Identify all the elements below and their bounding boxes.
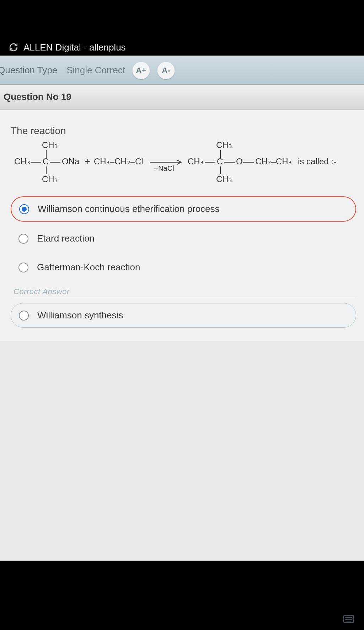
question-type-label: Question Type	[0, 65, 57, 76]
option-1[interactable]: Williamson continuous etherification pro…	[11, 196, 356, 222]
svg-text:CH₃: CH₃	[42, 140, 58, 150]
correct-answer-option: Williamson synthesis	[11, 303, 356, 328]
radio-icon	[19, 311, 29, 321]
app-title-bar: ALLEN Digital - allenplus	[0, 39, 364, 55]
font-decrease-button[interactable]: A-	[157, 62, 175, 79]
app-title: ALLEN Digital - allenplus	[23, 42, 126, 53]
reaction-structure: CH₃ CH₃ C ONa CH₃ + CH₃–CH₂–Cl	[11, 140, 356, 186]
option-3[interactable]: Gatterman-Koch reaction	[11, 255, 356, 279]
font-increase-button[interactable]: A+	[132, 62, 150, 79]
question-number-bar: Question No 19	[0, 85, 364, 110]
svg-text:C: C	[217, 157, 223, 166]
svg-text:CH₃: CH₃	[216, 174, 232, 184]
question-type-value: Single Correct	[66, 65, 125, 76]
svg-text:is called :-: is called :-	[298, 157, 336, 166]
svg-text:CH₂–CH₃: CH₂–CH₃	[255, 157, 292, 166]
question-body: The reaction CH₃ CH₃ C ONa CH₃ +	[0, 110, 364, 341]
svg-text:O: O	[236, 157, 243, 166]
svg-text:C: C	[43, 157, 49, 166]
content-area: Question Type Single Correct A+ A- Quest…	[0, 55, 364, 561]
svg-text:+: +	[85, 156, 90, 166]
svg-text:ONa: ONa	[62, 157, 80, 166]
svg-text:–NaCl: –NaCl	[154, 164, 174, 172]
radio-icon	[19, 204, 29, 214]
svg-text:CH₃: CH₃	[216, 140, 232, 150]
option-label: Williamson synthesis	[37, 310, 123, 321]
option-label: Etard reaction	[37, 233, 95, 244]
radio-icon	[18, 234, 28, 244]
radio-icon	[18, 263, 28, 272]
svg-text:CH₃: CH₃	[188, 157, 204, 166]
question-number: Question No 19	[4, 91, 71, 102]
svg-text:CH₃: CH₃	[42, 174, 58, 184]
option-label: Gatterman-Koch reaction	[37, 262, 140, 273]
keyboard-icon[interactable]	[343, 615, 354, 624]
bottom-system-bar	[0, 561, 364, 630]
option-2[interactable]: Etard reaction	[11, 227, 356, 250]
question-type-bar: Question Type Single Correct A+ A-	[0, 56, 364, 85]
question-stem: The reaction	[11, 125, 356, 137]
correct-answer-heading: Correct Answer	[14, 287, 356, 298]
svg-text:CH₃: CH₃	[14, 157, 30, 166]
svg-text:CH₃–CH₂–Cl: CH₃–CH₂–Cl	[94, 157, 143, 166]
option-label: Williamson continuous etherification pro…	[38, 203, 220, 215]
refresh-icon[interactable]	[9, 42, 18, 52]
